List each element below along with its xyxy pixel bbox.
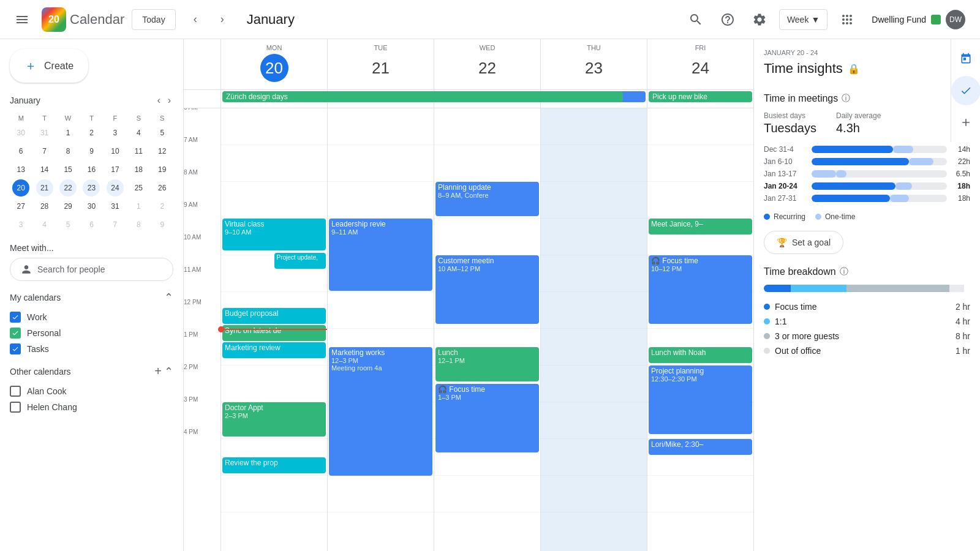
mini-cal-day[interactable]: 17 [107, 161, 124, 178]
mini-cal-day[interactable]: 27 [12, 198, 29, 215]
mini-cal-next-button[interactable]: › [165, 92, 173, 108]
planning-update-event[interactable]: Planning update 8–9 AM, Confere [435, 182, 539, 216]
mini-cal-day[interactable]: 6 [12, 143, 29, 160]
budget-proposal-event[interactable]: Budget proposal [222, 308, 326, 324]
side-check-icon-button[interactable] [951, 76, 981, 105]
calendar-item-alan[interactable]: Alan Cook [10, 383, 173, 399]
pick-up-bike-event[interactable]: Pick up new bike [649, 91, 752, 102]
review-prop-event[interactable]: Review the prop [222, 457, 326, 473]
focus-time-wed-event[interactable]: 🎧 Focus time 1–3 PM [435, 384, 539, 452]
marketing-workshop-event[interactable]: Marketing works 12–3 PM Meeting room 4a [329, 347, 432, 476]
mini-cal-day[interactable]: 31 [107, 198, 124, 215]
lori-mike-event[interactable]: Lori/Mike, 2:30– [649, 439, 752, 455]
mini-cal-day[interactable]: 26 [154, 179, 171, 197]
my-calendars-toggle-button[interactable]: ⌃ [164, 291, 173, 304]
day-num-mon[interactable]: 20 [260, 54, 288, 82]
search-people-input[interactable]: Search for people [10, 258, 173, 281]
mini-cal-day[interactable]: 18 [130, 161, 147, 178]
project-planning-event[interactable]: Project planning 12:30–2:30 PM [649, 365, 752, 434]
mini-cal-day[interactable]: 5 [154, 124, 171, 141]
next-period-button[interactable]: › [210, 7, 235, 32]
search-button[interactable] [684, 7, 708, 32]
mini-cal-day[interactable]: 10 [107, 143, 124, 160]
project-update-event[interactable]: Project update, [274, 253, 326, 269]
app-logo[interactable]: 20 Calendar [42, 7, 124, 32]
mini-cal-day[interactable]: 9 [154, 216, 171, 233]
mini-cal-day[interactable]: 14 [36, 161, 53, 178]
mini-cal-day[interactable]: 1 [130, 198, 147, 215]
time-breakdown-info-icon[interactable]: ⓘ [840, 266, 848, 277]
mini-cal-day[interactable]: 23 [83, 179, 100, 197]
mini-cal-day[interactable]: 5 [59, 216, 77, 233]
day-num-thu[interactable]: 23 [580, 54, 608, 82]
focus-time-fri-event[interactable]: 🎧 Focus time 10–12 PM [649, 255, 752, 324]
time-meetings-info-icon[interactable]: ⓘ [842, 93, 850, 104]
side-calendar-icon-button[interactable] [951, 44, 981, 73]
mini-cal-day[interactable]: 7 [36, 143, 53, 160]
mini-cal-day[interactable]: 15 [59, 161, 77, 178]
mini-cal-today[interactable]: 20 [12, 179, 29, 197]
mini-cal-day[interactable]: 30 [83, 198, 100, 215]
account-area[interactable]: Dwelling Fund DW [867, 7, 970, 32]
view-selector-button[interactable]: Week ▼ [779, 9, 827, 30]
mini-cal-day[interactable]: 9 [83, 143, 100, 160]
mini-cal-day[interactable]: 2 [83, 124, 100, 141]
sync-latest-event[interactable]: Sync on latest de [222, 325, 326, 341]
mini-cal-day[interactable]: 4 [36, 216, 53, 233]
today-button[interactable]: Today [132, 9, 175, 30]
apps-button[interactable] [835, 7, 859, 32]
mini-cal-day[interactable]: 6 [83, 216, 100, 233]
create-button[interactable]: ＋ Create [10, 49, 88, 83]
prev-period-button[interactable]: ‹ [183, 7, 208, 32]
mini-cal-day[interactable]: 12 [154, 143, 171, 160]
mini-cal-day[interactable]: 29 [59, 198, 77, 215]
settings-button[interactable] [747, 7, 772, 32]
meet-janice-event[interactable]: Meet Janice, 9– [649, 219, 752, 234]
mini-cal-day[interactable]: 24 [107, 179, 124, 197]
mini-cal-day[interactable]: 4 [130, 124, 147, 141]
mini-cal-day[interactable]: 2 [154, 198, 171, 215]
mini-cal-day[interactable]: 3 [107, 124, 124, 141]
personal-calendar-checkbox[interactable] [10, 328, 21, 339]
helen-calendar-checkbox[interactable] [10, 402, 21, 413]
doctor-appt-event[interactable]: Doctor Appt 2–3 PM [222, 402, 326, 437]
work-calendar-checkbox[interactable] [10, 312, 21, 323]
day-num-tue[interactable]: 21 [367, 54, 395, 82]
mini-cal-day[interactable]: 22 [59, 179, 77, 197]
mini-cal-day[interactable]: 8 [130, 216, 147, 233]
day-num-wed[interactable]: 22 [473, 54, 502, 82]
virtual-class-event[interactable]: Virtual class 9–10 AM [222, 219, 326, 250]
add-other-calendar-button[interactable]: + [154, 364, 162, 378]
alan-calendar-checkbox[interactable] [10, 386, 21, 397]
calendar-item-helen[interactable]: Helen Chang [10, 399, 173, 415]
mini-cal-day[interactable]: 1 [59, 124, 77, 141]
mini-cal-day[interactable]: 31 [36, 124, 53, 141]
hamburger-button[interactable] [10, 7, 34, 32]
mini-cal-day[interactable]: 25 [130, 179, 147, 197]
leadership-review-event[interactable]: Leadership revie 9–11 AM [329, 219, 432, 291]
other-calendars-toggle-button[interactable]: ⌃ [164, 365, 173, 378]
customer-meeting-event[interactable]: Customer meetin 10 AM–12 PM [435, 255, 539, 324]
mini-cal-day[interactable]: 28 [36, 198, 53, 215]
mini-cal-day[interactable]: 13 [12, 161, 29, 178]
mini-cal-day[interactable]: 16 [83, 161, 100, 178]
mini-cal-day[interactable]: 3 [12, 216, 29, 233]
mini-cal-day[interactable]: 19 [154, 161, 171, 178]
mini-cal-day[interactable]: 8 [59, 143, 77, 160]
tasks-calendar-checkbox[interactable] [10, 343, 21, 354]
zurich-design-days-event[interactable]: Zürich design days [222, 91, 623, 102]
mini-cal-day[interactable]: 30 [12, 124, 29, 141]
set-goal-button[interactable]: 🏆 Set a goal [764, 231, 843, 254]
user-avatar[interactable]: DW [946, 10, 965, 29]
help-button[interactable] [715, 7, 740, 32]
side-plus-icon-button[interactable] [951, 108, 981, 137]
lunch-noah-event[interactable]: Lunch with Noah [649, 347, 752, 363]
calendar-item-work[interactable]: Work [10, 309, 173, 325]
day-num-fri[interactable]: 24 [687, 54, 715, 82]
mini-cal-day[interactable]: 7 [107, 216, 124, 233]
mini-cal-day[interactable]: 11 [130, 143, 147, 160]
calendar-item-personal[interactable]: Personal [10, 325, 173, 341]
calendar-item-tasks[interactable]: Tasks [10, 341, 173, 357]
mini-cal-day[interactable]: 21 [36, 179, 53, 197]
lunch-event[interactable]: Lunch 12–1 PM [435, 347, 539, 381]
